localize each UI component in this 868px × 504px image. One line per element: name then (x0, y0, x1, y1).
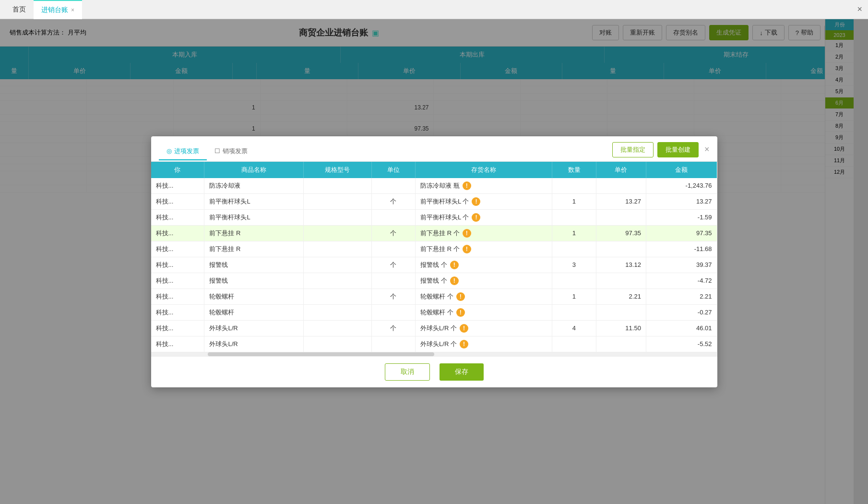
table-cell: 外球头L/R (204, 336, 303, 352)
table-cell (371, 209, 415, 225)
table-cell: 13.27 (596, 193, 646, 209)
warning-icon: ! (463, 245, 471, 253)
table-cell (596, 241, 646, 257)
table-cell: 科技... (151, 288, 204, 304)
modal-scrollbar[interactable] (151, 352, 717, 356)
table-cell: -4.72 (646, 273, 717, 288)
table-row: 科技...前下悬挂 R前下悬挂 R 个!-11.68 (151, 241, 717, 257)
warning-icon: ! (456, 308, 465, 317)
table-row: 科技...外球头L/R外球头L/R 个!-5.52 (151, 336, 717, 352)
table-cell (303, 288, 371, 304)
col-header-product-name: 商品名称 (204, 162, 303, 178)
col-header-company: 你 (151, 162, 204, 178)
table-cell: 报警线 个! (416, 273, 552, 288)
table-cell (303, 241, 371, 257)
table-cell: -1,243.76 (646, 178, 717, 194)
table-cell: 报警线 个! (416, 257, 552, 273)
table-cell: 科技... (151, 304, 204, 320)
table-cell: 轮毂螺杆 个! (416, 289, 552, 304)
table-cell: 个 (371, 320, 415, 336)
circle-check-icon: ◎ (166, 147, 172, 155)
table-row: 科技...轮毂螺杆个轮毂螺杆 个!12.212.21 (151, 288, 717, 304)
modal-overlay: ◎ 进项发票 ☐ 销项发票 批量指定 批量创建 × 你 (0, 19, 868, 504)
table-cell: 科技... (151, 320, 204, 336)
tab-home[interactable]: 首页 (5, 0, 34, 19)
table-row: 科技...报警线个报警线 个!313.1239.37 (151, 257, 717, 273)
table-cell: 97.35 (596, 225, 646, 241)
table-cell (303, 178, 371, 194)
table-cell (303, 273, 371, 288)
table-cell (371, 273, 415, 288)
table-cell: 轮毂螺杆 个! (416, 305, 552, 320)
table-cell (303, 320, 371, 336)
warning-icon: ! (472, 213, 480, 222)
col-header-unit-price: 单价 (596, 162, 646, 178)
warning-icon: ! (460, 340, 468, 348)
modal-scrollbar-thumb[interactable] (208, 352, 434, 356)
table-cell: 防冻冷却液 (204, 178, 303, 194)
table-cell: 个 (371, 225, 415, 241)
table-row: 科技...外球头L/R个外球头L/R 个!411.5046.01 (151, 320, 717, 336)
main-area: 销售成本计算方法： 月平均 商贸企业进销台账 ▣ 对账 重新开账 存货别名 生成… (0, 19, 868, 504)
table-cell: 39.37 (646, 257, 717, 273)
table-cell: 外球头L/R (204, 320, 303, 336)
table-cell: 报警线 (204, 257, 303, 273)
table-cell: -1.59 (646, 209, 717, 225)
warning-icon: ! (450, 276, 459, 285)
table-cell (596, 209, 646, 225)
table-cell: 前下悬挂 R (204, 241, 303, 257)
table-cell (303, 225, 371, 241)
modal-tab-incoming[interactable]: ◎ 进项发票 (159, 143, 207, 160)
table-cell: 前平衡杆球头L (204, 209, 303, 225)
table-cell: 报警线 (204, 273, 303, 288)
tab-bar: 首页 进销台账 × × (0, 0, 868, 19)
table-row: 科技...前平衡杆球头L个前平衡杆球头L 个!113.2713.27 (151, 193, 717, 209)
table-cell (303, 193, 371, 209)
table-cell: 前平衡杆球头L (204, 193, 303, 209)
window-close-button[interactable]: × (857, 4, 862, 14)
cancel-button[interactable]: 取消 (385, 363, 430, 381)
table-cell (303, 257, 371, 273)
modal-body: 你 商品名称 规格型号 单位 存货名称 数量 单价 金额 科技...防冻冷却液防… (151, 162, 717, 356)
table-cell: 前平衡杆球头L 个! (416, 194, 552, 209)
table-cell: 科技... (151, 257, 204, 273)
table-cell: 科技... (151, 336, 204, 352)
table-cell: 外球头L/R 个! (416, 336, 552, 352)
table-cell: 科技... (151, 209, 204, 225)
tab-ledger-label: 进销台账 (41, 6, 68, 14)
table-cell (596, 273, 646, 288)
tab-ledger-close[interactable]: × (71, 7, 74, 13)
save-button[interactable]: 保存 (440, 363, 484, 381)
col-header-qty: 数量 (552, 162, 596, 178)
table-cell: 科技... (151, 225, 204, 241)
table-cell: -5.52 (646, 336, 717, 352)
table-cell (552, 304, 596, 320)
modal-actions: 批量指定 批量创建 (612, 142, 699, 161)
modal-table-head: 你 商品名称 规格型号 单位 存货名称 数量 单价 金额 (151, 162, 717, 178)
table-cell: 前下悬挂 R 个! (416, 226, 552, 241)
table-cell: 97.35 (646, 225, 717, 241)
batch-create-button[interactable]: 批量创建 (657, 142, 699, 157)
tab-ledger[interactable]: 进销台账 × (34, 0, 82, 19)
batch-assign-button[interactable]: 批量指定 (612, 142, 654, 157)
col-header-stock-name: 存货名称 (416, 162, 552, 178)
table-cell: 科技... (151, 241, 204, 257)
table-cell: -0.27 (646, 304, 717, 320)
table-cell: 个 (371, 193, 415, 209)
table-cell: 轮毂螺杆 (204, 288, 303, 304)
table-cell: -11.68 (646, 241, 717, 257)
table-cell (371, 304, 415, 320)
table-cell: 科技... (151, 178, 204, 194)
table-cell: 2.21 (646, 288, 717, 304)
table-cell (371, 178, 415, 194)
table-cell: 前平衡杆球头L 个! (416, 210, 552, 225)
modal-tab-outgoing[interactable]: ☐ 销项发票 (207, 143, 255, 160)
document-tab-icon: ☐ (214, 147, 220, 155)
table-cell (552, 178, 596, 194)
table-cell (596, 304, 646, 320)
table-cell (371, 336, 415, 352)
table-cell: 科技... (151, 273, 204, 288)
modal-close-button[interactable]: × (704, 144, 710, 158)
table-cell: 个 (371, 288, 415, 304)
table-row: 科技...轮毂螺杆轮毂螺杆 个!-0.27 (151, 304, 717, 320)
